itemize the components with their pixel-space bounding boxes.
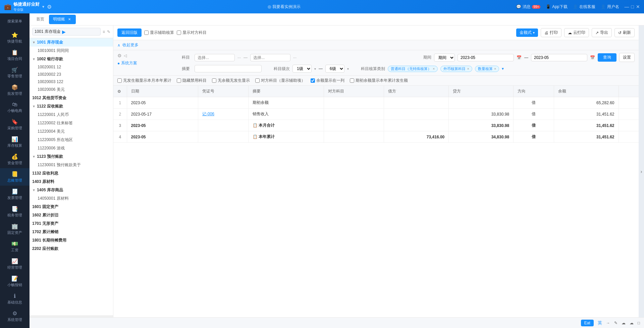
status-cloud-icon[interactable]: ☁ xyxy=(622,321,626,325)
tree-item-1405[interactable]: ▼ 1405 库存商品 xyxy=(30,186,113,194)
tree-item-10020001[interactable]: 10020001 12 xyxy=(30,63,113,71)
tree-item-11230001[interactable]: 11230001 预付账款美于 xyxy=(30,161,113,169)
account-selector-arrow-icon[interactable]: ▶ xyxy=(62,29,66,35)
sidebar-item-invoice[interactable]: 🧾 发票管理 xyxy=(0,186,30,203)
maximize-icon[interactable]: □ xyxy=(631,4,634,9)
tab-detail-close[interactable]: ✕ xyxy=(67,17,72,22)
sidebar-item-ledger[interactable]: 📒 总账管理 xyxy=(0,168,30,186)
tag-normal[interactable]: 普通科目（无特殊核算） × xyxy=(388,66,438,72)
refresh-btn[interactable]: ↺ 刷新 xyxy=(614,28,635,37)
row-voucher-2[interactable]: 记-006 xyxy=(198,109,249,120)
summary-input[interactable] xyxy=(195,65,262,72)
eat-btn[interactable]: Eat xyxy=(581,320,594,326)
period-type-select[interactable]: 期间 xyxy=(434,54,455,62)
app-download-action[interactable]: 📱 App下载 xyxy=(546,4,567,10)
sidebar-item-tax[interactable]: 📑 税务管理 xyxy=(0,203,30,220)
tree-item-11220004[interactable]: 11220004 美元 xyxy=(30,127,113,136)
tree-item-1602[interactable]: 1602 累计折旧 xyxy=(30,211,113,219)
message-action[interactable]: 💬 消息 99+ xyxy=(516,4,540,10)
print-btn[interactable]: 🖨 打印 xyxy=(541,28,561,37)
period-start-input[interactable] xyxy=(458,54,514,61)
tag-quantity-close[interactable]: × xyxy=(494,67,496,71)
tree-item-1002[interactable]: ▼ 1002 银行存款 xyxy=(30,55,113,63)
more-dropdown-icon[interactable]: ▾ xyxy=(502,66,504,71)
demo-link[interactable]: ◎ 我要看实例演示 xyxy=(268,4,301,10)
status-lang-icon[interactable]: 英 xyxy=(598,320,602,326)
calendar-icon-end[interactable]: 📅 xyxy=(590,55,595,60)
cb-balance-one-col[interactable]: 余额显示在一列 xyxy=(311,78,344,83)
account-input-end[interactable] xyxy=(250,54,290,61)
settings-icon[interactable]: ⚙ xyxy=(47,4,52,10)
tree-item-1123[interactable]: ▼ 1123 预付账款 xyxy=(30,152,113,161)
sidebar-item-company[interactable]: 🤝 企业协同 xyxy=(0,325,30,328)
tree-item-2202[interactable]: 2202 应付账款 xyxy=(30,245,113,253)
format-btn[interactable]: 金额式 ▾ xyxy=(516,28,538,37)
filter-settings-icon[interactable]: ⚙ xyxy=(117,53,122,58)
sidebar-item-assets[interactable]: 🏢 固定资产 xyxy=(0,220,30,238)
online-service-action[interactable]: 👤 在线客服 xyxy=(573,4,595,10)
tree-item-1403[interactable]: 1403 原材料 xyxy=(30,178,113,186)
sidebar-search[interactable]: 搜索菜单 xyxy=(0,16,30,26)
tag-foreign-close[interactable]: × xyxy=(467,67,469,71)
sidebar-item-basic[interactable]: ℹ 基础信息 xyxy=(0,290,30,308)
export-btn[interactable]: ↗ 导出 xyxy=(592,28,612,37)
period-end-input[interactable] xyxy=(531,54,587,61)
tree-item-10020006[interactable]: 10020006 美元 xyxy=(30,85,113,94)
tree-item-1601[interactable]: 1601 固定资产 xyxy=(30,203,113,211)
sidebar-item-salary[interactable]: 💵 工资 xyxy=(0,238,30,255)
calendar-icon-start[interactable]: 📅 xyxy=(517,55,522,60)
filter-toggle[interactable]: ∧ 收起更多 xyxy=(113,40,639,50)
th-settings[interactable]: ⚙ xyxy=(113,86,127,97)
cb-contra[interactable]: 对方科目（显示辅助项） xyxy=(255,78,305,83)
tree-item-1701[interactable]: 1701 无形资产 xyxy=(30,219,113,228)
cloud-print-btn[interactable]: ☁ 云打印 xyxy=(564,28,589,37)
panel-list-icon[interactable]: ≡ xyxy=(103,29,105,34)
tree-item-10020003[interactable]: 10020003 122 xyxy=(30,78,113,85)
sidebar-item-retail[interactable]: 🛒 零售管理 xyxy=(0,64,30,81)
cb-hide-disabled[interactable]: 隐藏禁用科目 xyxy=(177,78,207,83)
tree-item-1012[interactable]: 1012 其他货币资金 xyxy=(30,94,113,102)
cb-no-balance2[interactable]: 无余额无发生显示 xyxy=(212,78,250,83)
sidebar-item-wholesale[interactable]: 📦 批发管理 xyxy=(0,81,30,99)
tree-item-1801[interactable]: 1801 长期待摊费用 xyxy=(30,236,113,245)
right-collapse-btn[interactable]: › xyxy=(639,25,644,317)
sidebar-item-ecommerce[interactable]: 🛍 小畅电商 xyxy=(0,99,30,116)
tag-foreign[interactable]: 外币核算科目 × xyxy=(440,66,472,72)
th-settings-icon[interactable]: ⚙ xyxy=(117,89,121,94)
tree-item-11220001[interactable]: 11220001 人民币 xyxy=(30,111,113,119)
voucher-link-2[interactable]: 记-006 xyxy=(202,112,214,116)
tree-item-10010001[interactable]: 10010001 同同同 xyxy=(30,47,113,55)
sidebar-item-business[interactable]: 📈 经营管理 xyxy=(0,255,30,273)
tree-item-1001[interactable]: ▼ 1001 库存现金 xyxy=(30,38,113,47)
sidebar-item-report[interactable]: 📝 小畅报销 xyxy=(0,273,30,290)
status-expand-icon[interactable]: □ xyxy=(638,321,640,325)
account-input-start[interactable] xyxy=(195,54,235,61)
tree-item-1132[interactable]: 1132 应收利息 xyxy=(30,169,113,178)
sidebar-item-quick-nav[interactable]: ⭐ 快捷导航 xyxy=(0,29,30,47)
sidebar-item-system[interactable]: ⚙ 系统管理 xyxy=(0,308,30,325)
sidebar-item-project[interactable]: 📋 项目合同 xyxy=(0,47,30,64)
cb-period-balance[interactable]: 期初余额显示本年累计发生额 xyxy=(350,78,408,83)
status-edit-icon[interactable]: ✎ xyxy=(614,321,618,325)
level-end-select[interactable]: 6级 xyxy=(325,65,344,73)
tree-item-14050001[interactable]: 14050001 原材料 xyxy=(30,194,113,203)
account-selector[interactable]: 1001 库存现金 ▶ xyxy=(32,28,101,36)
tree-item-11220005[interactable]: 11220005 所在地区 xyxy=(30,136,113,144)
status-cloud2-icon[interactable]: ☁ xyxy=(630,321,634,325)
sidebar-item-purchase[interactable]: 🔖 采购管理 xyxy=(0,116,30,133)
tree-item-1702[interactable]: 1702 累计摊销 xyxy=(30,228,113,236)
show-aux-checkbox[interactable]: 显示辅助核算 xyxy=(144,30,174,36)
tag-normal-close[interactable]: × xyxy=(433,67,435,71)
tree-item-11220002[interactable]: 11220002 往来标签 xyxy=(30,119,113,127)
filter-icon-btn[interactable]: ◁ xyxy=(124,53,127,58)
tree-item-11220006[interactable]: 11220006 游戏 xyxy=(30,144,113,152)
sidebar-item-capital[interactable]: 💰 资金管理 xyxy=(0,151,30,168)
cb-no-balance[interactable]: 无发生额显示本月本年累计 xyxy=(117,78,171,83)
query-btn[interactable]: 查询 xyxy=(598,53,616,62)
tab-home[interactable]: 首页 xyxy=(32,15,48,24)
minimize-icon[interactable]: — xyxy=(625,4,629,9)
scheme-btn[interactable]: ● 系统方案 xyxy=(117,60,178,66)
close-icon[interactable]: ✕ xyxy=(636,4,640,9)
sidebar-item-inventory[interactable]: 📊 库存核算 xyxy=(0,133,30,151)
tag-quantity[interactable]: 数量核算 × xyxy=(475,66,499,72)
